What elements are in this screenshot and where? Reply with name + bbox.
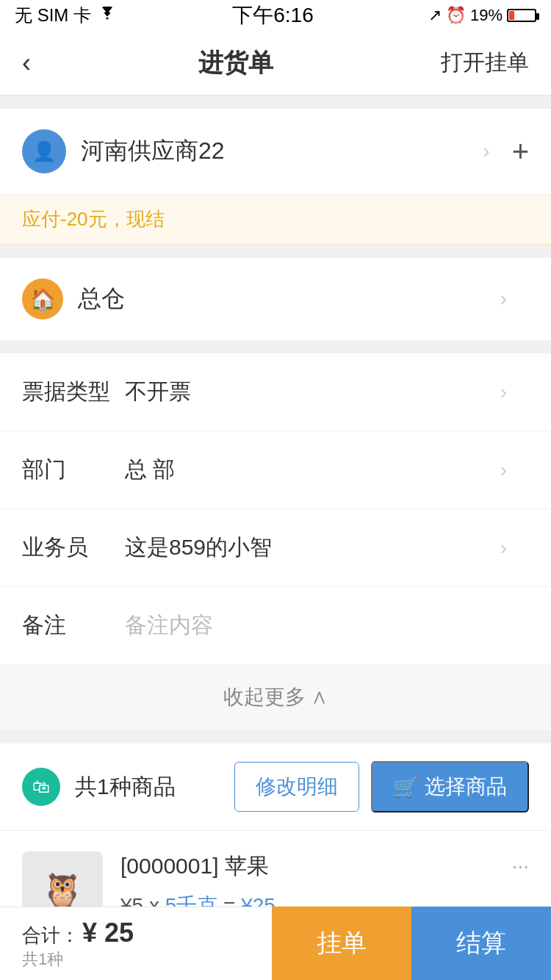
warehouse-section: 🏠 总仓 › [0,258,551,340]
products-count: 共1种商品 [75,772,234,802]
hang-label: 挂单 [317,926,367,960]
add-supplier-button[interactable]: + [512,135,529,168]
checkout-label: 结算 [456,926,506,960]
nav-bar: ‹ 进货单 打开挂单 [0,31,551,96]
total-label: 合计： [22,923,79,948]
supplier-avatar: 👤 [22,129,66,173]
checkout-button[interactable]: 结算 [411,907,551,980]
chevron-right-warehouse-icon: › [500,287,507,311]
status-right: ↗ ⏰ 19% [428,6,536,25]
form-section: 票据类型 不开票 › 部门 总 部 › 业务员 这是859的小智 › 备注 备注… [0,353,551,664]
supplier-section: 👤 河南供应商22 › + 应付-20元，现结 [0,109,551,245]
department-row[interactable]: 部门 总 部 › [0,431,551,509]
select-product-button[interactable]: 🛒 选择商品 [371,761,529,813]
alarm-icon: ⏰ [446,6,466,25]
department-label: 部门 [22,455,118,485]
back-button[interactable]: ‹ [22,48,31,79]
products-header: 🛍 共1种商品 修改明细 🛒 选择商品 [0,743,551,831]
select-product-label: 选择商品 [425,773,507,801]
invoice-type-row[interactable]: 票据类型 不开票 › [0,353,551,431]
remark-input[interactable]: 备注内容 [118,610,529,641]
divider-2 [0,340,551,353]
total-section: 合计： ¥ 25 共1种 [0,907,272,980]
battery-percent: 19% [470,6,503,25]
salesperson-value: 这是859的小智 [118,533,500,563]
warehouse-name: 总仓 [78,283,500,315]
top-divider [0,96,551,109]
product-more-button[interactable]: ··· [512,851,529,878]
carrier-label: 无 SIM 卡 [15,4,91,27]
notice-bar: 应付-20元，现结 [0,195,551,245]
remark-label: 备注 [22,610,118,641]
remark-row[interactable]: 备注 备注内容 [0,587,551,664]
bottom-bar: 合计： ¥ 25 共1种 挂单 结算 [0,907,551,980]
supplier-name: 河南供应商22 [81,135,483,167]
chevron-right-icon: › [483,140,489,163]
wifi-icon [97,5,118,26]
chevron-salesperson-icon: › [500,536,507,560]
status-bar: 无 SIM 卡 下午6:16 ↗ ⏰ 19% [0,0,551,31]
status-left: 无 SIM 卡 [15,4,118,27]
chevron-invoice-icon: › [500,381,507,404]
page-title: 进货单 [198,46,273,80]
chevron-department-icon: › [500,458,507,482]
battery-icon [507,9,536,22]
bag-icon: 🛍 [32,777,50,797]
edit-details-button[interactable]: 修改明细 [234,762,359,812]
hang-button[interactable]: 挂单 [272,907,411,980]
total-amount: ¥ 25 [82,918,134,948]
location-icon: ↗ [428,6,442,25]
avatar-icon: 👤 [32,140,56,163]
warehouse-row[interactable]: 🏠 总仓 › [0,258,551,340]
salesperson-label: 业务员 [22,533,118,563]
product-name: [0000001] 苹果 [120,851,512,882]
invoice-type-label: 票据类型 [22,377,118,407]
notice-text: 应付-20元，现结 [22,208,165,230]
open-pending-button[interactable]: 打开挂单 [441,48,529,78]
time-label: 下午6:16 [232,1,314,29]
warehouse-icon: 🏠 [22,278,63,320]
divider-1 [0,245,551,258]
collapse-row[interactable]: 收起更多 ∧ [0,664,551,730]
salesperson-row[interactable]: 业务员 这是859的小智 › [0,509,551,587]
products-icon: 🛍 [22,768,60,806]
home-icon: 🏠 [30,287,56,311]
department-value: 总 部 [118,455,500,485]
collapse-label: 收起更多 ∧ [223,683,328,711]
supplier-row[interactable]: 👤 河南供应商22 › + [0,109,551,195]
invoice-type-value: 不开票 [118,377,500,407]
divider-3 [0,730,551,743]
cart-icon: 🛒 [393,775,419,799]
total-sub: 共1种 [22,948,250,970]
